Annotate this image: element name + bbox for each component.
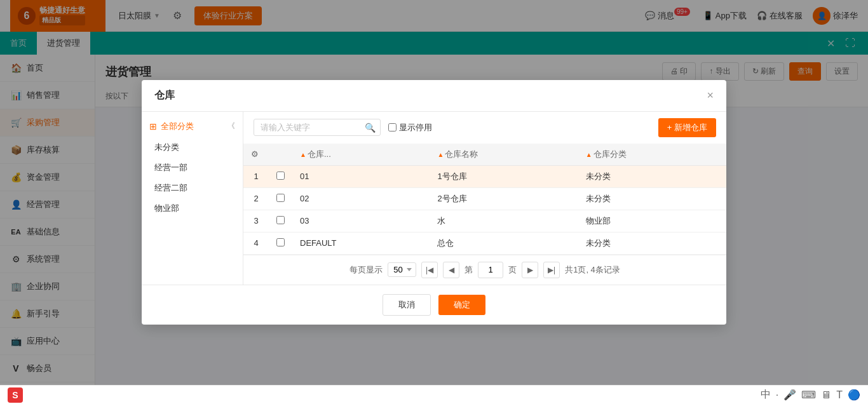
- page-first-button[interactable]: |◀: [421, 262, 438, 278]
- modal-title: 仓库: [154, 89, 175, 102]
- table-head: ⚙ ▲仓库... ▲仓库名称 ▲仓库分类: [243, 144, 726, 166]
- modal-header: 仓库 ×: [142, 80, 726, 112]
- table-row[interactable]: 2 02 2号仓库 未分类: [243, 187, 726, 210]
- cat-item-unclassified[interactable]: 未分类: [142, 137, 243, 158]
- row-cat-3: 物业部: [578, 210, 726, 232]
- row-code-3: 03: [292, 210, 430, 232]
- page-next-button[interactable]: ▶: [522, 262, 538, 278]
- cat-item-property[interactable]: 物业部: [142, 198, 243, 219]
- warehouse-modal: 仓库 × ⊞ 全部分类 《 未分类 经营一部 经营二部 物业部: [142, 80, 726, 325]
- cancel-button[interactable]: 取消: [383, 294, 431, 316]
- table-area: 🔍 显示停用 + 新增仓库 ⚙: [243, 112, 726, 285]
- row-num-4: 4: [243, 232, 269, 254]
- row-name-3: 水: [430, 210, 578, 232]
- grid-icon: ⊞: [149, 121, 157, 131]
- row-num-3: 3: [243, 210, 269, 232]
- category-header: ⊞ 全部分类 《: [142, 117, 243, 137]
- th-category[interactable]: ▲仓库分类: [578, 144, 726, 166]
- category-collapse-icon[interactable]: 《: [227, 121, 235, 131]
- per-page-select[interactable]: 50: [388, 262, 416, 277]
- lang-icon[interactable]: 中: [761, 388, 771, 401]
- all-category-item[interactable]: ⊞ 全部分类: [149, 121, 194, 132]
- row-code-1: 01: [292, 165, 430, 187]
- confirm-button[interactable]: 确定: [438, 295, 485, 315]
- bottom-logo: S: [8, 387, 23, 403]
- th-checkbox: [269, 144, 292, 166]
- bottom-bar: S 中 · 🎤 ⌨ 🖥 T 🔵: [0, 385, 868, 404]
- modal-footer: 取消 确定: [142, 285, 726, 325]
- th-code[interactable]: ▲仓库...: [292, 144, 430, 166]
- table-body: 1 01 1号仓库 未分类 2 02 2号仓库: [243, 165, 726, 254]
- cat-item-ops1[interactable]: 经营一部: [142, 158, 243, 178]
- row-cb-1[interactable]: [269, 165, 292, 187]
- row-num-1: 1: [243, 165, 269, 187]
- page-suffix: 页: [508, 264, 517, 276]
- table-toolbar: 🔍 显示停用 + 新增仓库: [243, 112, 726, 144]
- table-row[interactable]: 4 DEFAULT 总仓 未分类: [243, 232, 726, 254]
- cat-item-ops2[interactable]: 经营二部: [142, 178, 243, 198]
- row-cat-1: 未分类: [578, 165, 726, 187]
- show-disabled-checkbox[interactable]: [388, 123, 397, 131]
- row-name-1: 1号仓库: [430, 165, 578, 187]
- text-icon[interactable]: T: [836, 389, 843, 401]
- row-name-2: 2号仓库: [430, 187, 578, 210]
- modal-close-button[interactable]: ×: [707, 89, 714, 102]
- bottom-icons: 中 · 🎤 ⌨ 🖥 T 🔵: [761, 388, 860, 401]
- th-settings: ⚙: [243, 144, 269, 166]
- total-info: 共1页, 4条记录: [565, 264, 620, 276]
- modal-body: ⊞ 全部分类 《 未分类 经营一部 经营二部 物业部 🔍: [142, 112, 726, 285]
- row-name-4: 总仓: [430, 232, 578, 254]
- row-num-2: 2: [243, 187, 269, 210]
- modal-overlay[interactable]: 仓库 × ⊞ 全部分类 《 未分类 经营一部 经营二部 物业部: [0, 0, 868, 404]
- page-last-button[interactable]: ▶|: [543, 262, 560, 278]
- row-cb-2[interactable]: [269, 187, 292, 210]
- pagination: 每页显示 50 |◀ ◀ 第 页 ▶ ▶| 共1页, 4条记录: [243, 255, 726, 285]
- search-icon[interactable]: 🔍: [365, 123, 376, 133]
- table-row[interactable]: 3 03 水 物业部: [243, 210, 726, 232]
- dot-icon: ·: [776, 389, 778, 401]
- table-wrapper: ⚙ ▲仓库... ▲仓库名称 ▲仓库分类 1 01: [243, 144, 726, 255]
- mic-icon[interactable]: 🎤: [783, 389, 796, 401]
- row-cb-3[interactable]: [269, 210, 292, 232]
- search-input[interactable]: [254, 119, 381, 136]
- row-cat-4: 未分类: [578, 232, 726, 254]
- per-page-label: 每页显示: [349, 264, 383, 276]
- category-sidebar: ⊞ 全部分类 《 未分类 经营一部 经营二部 物业部: [142, 112, 243, 285]
- keyboard-icon[interactable]: ⌨: [801, 389, 816, 401]
- show-disabled-label[interactable]: 显示停用: [388, 122, 432, 133]
- th-name[interactable]: ▲仓库名称: [430, 144, 578, 166]
- circle-icon[interactable]: 🔵: [848, 389, 860, 401]
- table-row[interactable]: 1 01 1号仓库 未分类: [243, 165, 726, 187]
- row-code-4: DEFAULT: [292, 232, 430, 254]
- row-cat-2: 未分类: [578, 187, 726, 210]
- warehouse-table: ⚙ ▲仓库... ▲仓库名称 ▲仓库分类 1 01: [243, 144, 726, 255]
- row-cb-4[interactable]: [269, 232, 292, 254]
- row-code-2: 02: [292, 187, 430, 210]
- page-input[interactable]: [478, 262, 503, 278]
- monitor-icon[interactable]: 🖥: [821, 389, 831, 401]
- page-prev-button[interactable]: ◀: [443, 262, 459, 278]
- search-wrap: 🔍: [254, 119, 381, 136]
- page-label: 第: [465, 264, 473, 276]
- add-warehouse-button[interactable]: + 新增仓库: [658, 118, 716, 137]
